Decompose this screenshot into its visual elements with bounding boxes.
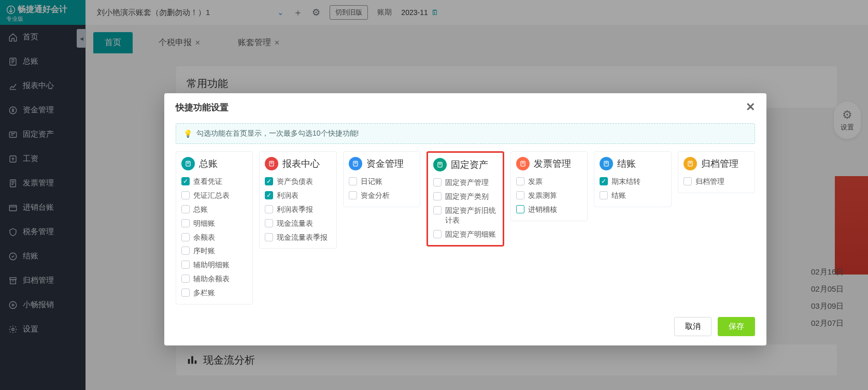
checkbox[interactable]	[181, 233, 190, 241]
checkbox[interactable]	[181, 261, 190, 269]
option-fund[interactable]: 资金分析	[349, 191, 415, 200]
option-invoice[interactable]: 进销稽核	[516, 205, 582, 214]
checkbox[interactable]	[265, 219, 273, 227]
group-title: 发票管理	[534, 157, 571, 170]
modal-hint: 💡 勾选功能在首页显示，一次最多勾选10个快捷功能!	[176, 123, 755, 144]
group-card-report: 报表中心✓ 资产负债表✓ 利润表 利润表季报 现金流量表 现金流量表季报	[259, 151, 336, 249]
group-card-ledger: 总账✓ 查看凭证 凭证汇总表 总账 明细账 余额表 序时账 辅助明细账 辅助余额…	[176, 151, 253, 305]
group-card-archive: 归档管理 归档管理	[678, 151, 755, 193]
option-label: 查看凭证	[193, 177, 222, 186]
group-title: 资金管理	[366, 157, 404, 170]
checkbox[interactable]	[433, 192, 442, 200]
checkbox[interactable]	[349, 191, 357, 199]
group-title: 归档管理	[701, 157, 738, 170]
option-report[interactable]: 利润表季报	[265, 205, 331, 214]
checkbox[interactable]: ✓	[265, 177, 273, 185]
cancel-button[interactable]: 取消	[674, 317, 712, 336]
option-label: 发票测算	[528, 191, 557, 200]
option-ledger[interactable]: 总账	[181, 205, 247, 214]
option-invoice[interactable]: 发票测算	[516, 191, 582, 200]
group-card-closing: 结账✓ 期末结转 结账	[594, 151, 671, 207]
checkbox[interactable]	[181, 288, 190, 297]
close-icon[interactable]: ✕	[746, 100, 755, 114]
checkbox[interactable]: ✓	[265, 191, 273, 199]
option-report[interactable]: ✓ 资产负债表	[265, 177, 331, 186]
option-invoice[interactable]: 发票	[516, 177, 582, 186]
quick-function-modal: 快捷功能设置 ✕ 💡 勾选功能在首页显示，一次最多勾选10个快捷功能! 总账✓ …	[164, 93, 766, 345]
group-title: 总账	[199, 157, 218, 170]
checkbox[interactable]	[181, 219, 190, 227]
option-closing[interactable]: 结账	[600, 191, 665, 200]
option-ledger[interactable]: 序时账	[181, 246, 247, 256]
option-ledger[interactable]: ✓ 查看凭证	[181, 177, 247, 186]
save-button[interactable]: 保存	[718, 317, 755, 336]
option-label: 余额表	[193, 233, 215, 242]
group-header: 发票管理	[516, 157, 582, 172]
option-label: 归档管理	[695, 177, 724, 186]
checkbox[interactable]	[433, 230, 442, 238]
option-label: 固定资产明细账	[445, 229, 496, 239]
lightbulb-icon: 💡	[183, 129, 192, 138]
option-ledger[interactable]: 辅助余额表	[181, 274, 247, 284]
option-report[interactable]: 现金流量表季报	[265, 233, 331, 242]
invoice-icon	[516, 157, 530, 170]
group-title: 固定资产	[451, 158, 488, 171]
option-report[interactable]: ✓ 利润表	[265, 191, 331, 200]
group-title: 结账	[617, 157, 636, 170]
option-asset[interactable]: 固定资产折旧统计表	[433, 206, 497, 225]
option-label: 进销稽核	[528, 205, 557, 214]
group-header: 报表中心	[265, 157, 331, 172]
modal-title: 快捷功能设置	[176, 102, 229, 113]
option-archive[interactable]: 归档管理	[684, 177, 749, 186]
option-label: 多栏账	[193, 288, 215, 298]
option-label: 发票	[528, 177, 543, 186]
checkbox[interactable]	[265, 233, 273, 241]
option-label: 资产负债表	[277, 177, 313, 186]
option-asset[interactable]: 固定资产明细账	[433, 229, 497, 239]
checkbox[interactable]	[516, 191, 524, 199]
checkbox[interactable]	[433, 178, 442, 186]
group-header: 归档管理	[684, 157, 749, 172]
option-label: 辅助明细账	[193, 260, 230, 270]
option-closing[interactable]: ✓ 期末结转	[600, 177, 665, 186]
option-ledger[interactable]: 明细账	[181, 219, 247, 228]
group-card-fund: 资金管理 日记账 资金分析	[343, 151, 420, 207]
checkbox[interactable]: ✓	[600, 177, 608, 185]
checkbox[interactable]	[516, 177, 524, 185]
option-label: 期末结转	[611, 177, 641, 186]
group-card-invoice: 发票管理 发票 发票测算 进销稽核	[510, 151, 588, 221]
group-card-asset: 固定资产 固定资产管理 固定资产类别 固定资产折旧统计表 固定资产明细账	[426, 151, 504, 247]
checkbox[interactable]	[181, 205, 190, 213]
checkbox[interactable]	[684, 177, 692, 185]
group-header: 总账	[181, 157, 247, 172]
checkbox[interactable]	[600, 191, 608, 199]
group-header: 固定资产	[433, 158, 497, 174]
option-report[interactable]: 现金流量表	[265, 219, 331, 228]
checkbox[interactable]	[433, 206, 442, 214]
option-label: 现金流量表季报	[277, 233, 328, 242]
asset-icon	[433, 158, 447, 171]
option-asset[interactable]: 固定资产管理	[433, 178, 497, 187]
option-label: 结账	[611, 191, 626, 200]
option-label: 凭证汇总表	[193, 191, 230, 200]
checkbox[interactable]	[516, 205, 524, 213]
option-label: 固定资产管理	[445, 178, 489, 187]
closing-icon	[600, 157, 613, 170]
option-ledger[interactable]: 辅助明细账	[181, 260, 247, 270]
option-ledger[interactable]: 多栏账	[181, 288, 247, 298]
option-label: 利润表	[277, 191, 298, 200]
checkbox[interactable]	[265, 205, 273, 213]
option-label: 总账	[193, 205, 208, 214]
group-header: 结账	[600, 157, 665, 172]
option-asset[interactable]: 固定资产类别	[433, 192, 497, 201]
checkbox[interactable]	[181, 275, 190, 283]
checkbox[interactable]	[349, 177, 357, 185]
checkbox[interactable]: ✓	[181, 177, 190, 185]
option-ledger[interactable]: 余额表	[181, 233, 247, 242]
checkbox[interactable]	[181, 191, 190, 199]
option-ledger[interactable]: 凭证汇总表	[181, 191, 247, 200]
checkbox[interactable]	[181, 247, 190, 255]
report-icon	[265, 157, 278, 170]
option-fund[interactable]: 日记账	[349, 177, 415, 186]
option-label: 固定资产类别	[445, 192, 489, 201]
